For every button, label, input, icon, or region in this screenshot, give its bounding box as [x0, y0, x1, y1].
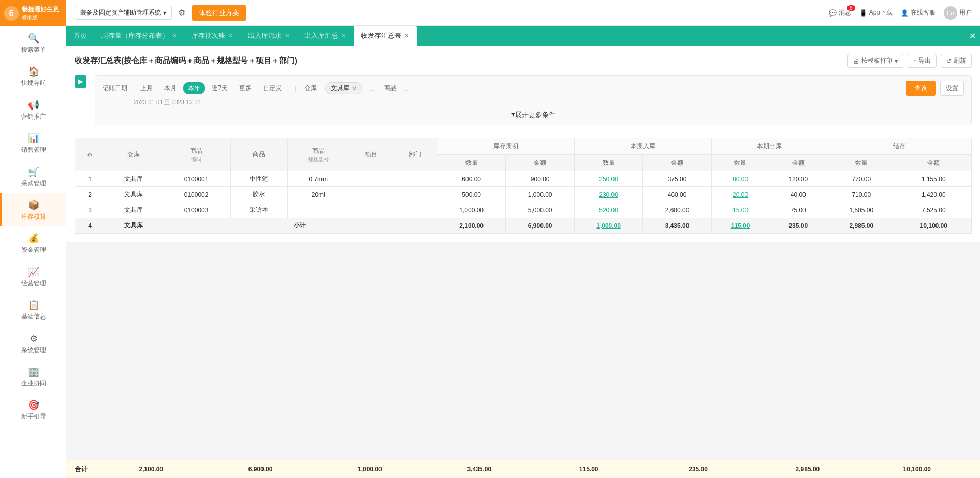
date-btn-this-month[interactable]: 本月	[159, 82, 181, 94]
sidebar-item-operations[interactable]: 📈 经营管理	[0, 260, 66, 293]
experience-btn[interactable]: 体验行业方案	[192, 5, 246, 21]
subtotal-label: 小计	[162, 218, 437, 234]
notifications-btn[interactable]: 💬 消息 6	[829, 8, 851, 17]
date-btn-custom[interactable]: 自定义	[258, 82, 286, 94]
export-btn[interactable]: ↑ 导出	[908, 54, 937, 68]
total-out-qty: 115.00	[534, 466, 643, 473]
total-label: 合计	[75, 465, 88, 474]
row-out-amt: 75.00	[769, 202, 827, 218]
th-out-amt: 金额	[769, 155, 827, 171]
filter-row-1: 记账日期 上月 本月 本年 近7天 更多 自定义 | 仓库 文具库	[103, 81, 964, 96]
user-menu[interactable]: Ea 用户	[944, 6, 972, 20]
sales-icon: 📊	[28, 133, 39, 144]
purchase-icon: 🛒	[28, 166, 39, 178]
subtotal-close-amt: 10,100.00	[896, 218, 971, 234]
page-actions: 🖨 按模板打印 ▾ ↑ 导出 ↺ 刷新	[847, 54, 972, 68]
close-all-tabs-btn[interactable]: ✕	[969, 31, 976, 41]
subtotal-in-qty[interactable]: 1,000.00	[574, 218, 642, 234]
row-open-amt: 5,000.00	[506, 202, 574, 218]
notifications-badge: 6	[847, 5, 855, 11]
app-download-btn[interactable]: 📱 App下载	[859, 8, 893, 17]
row-in-qty[interactable]: 250.00	[574, 171, 642, 187]
export-icon: ↑	[913, 57, 916, 65]
chevron-down-icon: ▾	[895, 57, 898, 65]
date-btn-this-year[interactable]: 本年	[183, 82, 205, 94]
sidebar-item-purchase[interactable]: 🛒 采购管理	[0, 160, 66, 193]
warehouse-more-btn[interactable]: ...	[371, 85, 376, 92]
subtotal-open-qty: 2,100.00	[437, 218, 505, 234]
sidebar-item-label: 资金管理	[21, 246, 46, 253]
tab-close-icon[interactable]: ✕	[341, 32, 346, 39]
row-dept	[393, 171, 437, 187]
sidebar-item-guide[interactable]: 🎯 新手引导	[0, 393, 66, 426]
table-wrapper: ⚙ 仓库 商品编码 商品 商品规格型号 项目 部门 库存期初 本期入库 本期出库…	[75, 138, 972, 234]
tab-label: 库存批次账	[192, 31, 225, 40]
row-out-qty[interactable]: 80.00	[711, 171, 769, 187]
total-open-qty: 2,100.00	[96, 466, 206, 473]
sidebar-item-label: 企业协同	[21, 380, 46, 387]
query-btn[interactable]: 查询	[906, 81, 936, 96]
system-selector[interactable]: 装备及固定资产辅助管理系统 ▾	[75, 6, 172, 20]
tab-home[interactable]: 首页	[66, 26, 94, 46]
sidebar-item-quick-nav[interactable]: 🏠 快捷导航	[0, 60, 66, 93]
settings-icon[interactable]: ⚙	[178, 8, 185, 18]
goods-select-btn[interactable]: ...	[405, 85, 410, 92]
sidebar-item-search[interactable]: 🔍 搜索菜单	[0, 26, 66, 60]
row-warehouse: 文具库	[105, 187, 162, 202]
sidebar-item-base-info[interactable]: 📋 基础信息	[0, 293, 66, 326]
export-btn-label: 导出	[918, 56, 931, 65]
expand-more-btn[interactable]: ▾ 展开更多条件	[103, 110, 964, 120]
tab-close-icon[interactable]: ✕	[285, 32, 290, 39]
row-out-qty[interactable]: 15.00	[711, 202, 769, 218]
avatar: Ea	[944, 6, 957, 20]
date-btn-7days[interactable]: 近7天	[207, 82, 232, 94]
th-in-amt: 金额	[643, 155, 711, 171]
page-title: 收发存汇总表(按仓库＋商品编码＋商品＋规格型号＋项目＋部门)	[75, 56, 847, 66]
bell-icon: 💬	[829, 9, 837, 17]
row-in-qty[interactable]: 230.00	[574, 187, 642, 202]
total-close-qty: 2,985.00	[753, 466, 862, 473]
print-template-btn[interactable]: 🖨 按模板打印 ▾	[847, 54, 903, 68]
tab-close-icon[interactable]: ✕	[228, 32, 233, 39]
sidebar-item-sales[interactable]: 📊 销售管理	[0, 126, 66, 160]
subtotal-close-qty: 2,985.00	[827, 218, 896, 234]
refresh-btn[interactable]: ↺ 刷新	[941, 54, 972, 68]
online-service-label: 在线客服	[911, 8, 935, 17]
tab-flow[interactable]: 出入库流水 ✕	[241, 26, 297, 46]
sidebar-item-finance[interactable]: 💰 资金管理	[0, 226, 66, 259]
topbar: 装备及固定资产辅助管理系统 ▾ ⚙ 体验行业方案 💬 消息 6 📱 App下载 …	[66, 0, 980, 26]
subtotal-out-qty[interactable]: 115.00	[711, 218, 769, 234]
tab-close-icon[interactable]: ✕	[404, 32, 409, 39]
tab-label: 收发存汇总表	[361, 31, 401, 40]
tab-recv-send-summary[interactable]: 收发存汇总表 ✕	[354, 26, 417, 46]
warehouse-tag-close[interactable]: ✕	[352, 85, 357, 92]
settings-btn[interactable]: 设置	[940, 81, 964, 96]
online-service-btn[interactable]: 👤 在线客服	[901, 8, 935, 17]
tab-home-label: 首页	[74, 31, 87, 40]
th-goods-name: 商品	[230, 138, 287, 171]
tab-batch[interactable]: 库存批次账 ✕	[184, 26, 241, 46]
row-out-qty[interactable]: 20.00	[711, 187, 769, 202]
subtotal-out-amt: 235.00	[769, 218, 827, 234]
table-settings-th[interactable]: ⚙	[75, 138, 105, 171]
row-spec	[288, 202, 349, 218]
row-close-amt: 1,420.00	[896, 187, 971, 202]
home-icon: 🏠	[28, 66, 39, 77]
subtotal-row: 4 文具库 小计 2,100.00 6,900.00 1,000.00 3,43…	[75, 218, 972, 234]
sidebar-item-inventory[interactable]: 📦 库存核算	[0, 193, 66, 226]
filter-toggle-arrow[interactable]: ▶	[75, 75, 86, 88]
sidebar-item-marketing[interactable]: 📢 营销推广	[0, 93, 66, 126]
sidebar-item-label: 新手引导	[21, 413, 46, 420]
sidebar-logo: 6 畅捷通好生意 标准版	[0, 0, 66, 26]
tab-inventory-dist[interactable]: 现存量（库存分布表） ✕	[94, 26, 184, 46]
sidebar-item-system[interactable]: ⚙ 系统管理	[0, 327, 66, 360]
sidebar-item-label: 采购管理	[21, 180, 46, 187]
app-name: 畅捷通好生意	[22, 5, 59, 14]
sidebar-item-enterprise[interactable]: 🏢 企业协同	[0, 360, 66, 393]
tab-close-icon[interactable]: ✕	[172, 32, 177, 39]
date-btn-more[interactable]: 更多	[235, 82, 256, 94]
date-btn-last-month[interactable]: 上月	[136, 82, 157, 94]
total-in-qty: 1,000.00	[315, 466, 425, 473]
row-in-qty[interactable]: 520.00	[574, 202, 642, 218]
tab-inout-summary[interactable]: 出入库汇总 ✕	[297, 26, 354, 46]
